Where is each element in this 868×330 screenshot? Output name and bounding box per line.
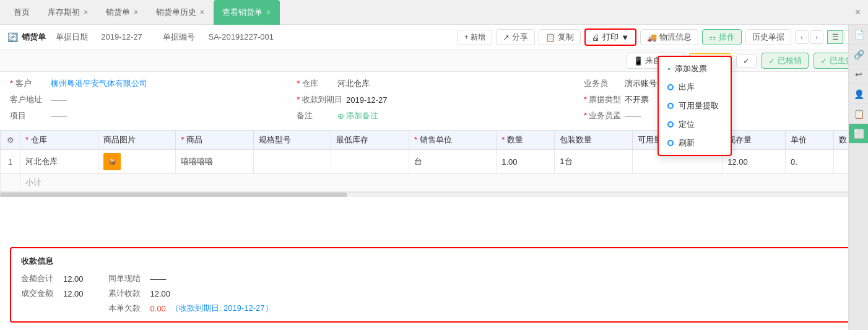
tab-close-sales-order[interactable]: × <box>134 8 138 17</box>
dropdown-add-invoice[interactable]: ▪ 添加发票 <box>659 59 731 78</box>
operation-button[interactable]: ⚏ 操作 <box>702 29 742 45</box>
warehouse-label: 仓库 <box>297 78 334 89</box>
list-view-button[interactable]: ☰ <box>827 30 843 44</box>
row-warehouse: 河北仓库 <box>20 150 98 174</box>
project-label: 项目 <box>10 110 47 121</box>
verified-button[interactable]: ✓ 已核销 <box>762 53 809 69</box>
plus-icon: ⊕ <box>337 111 344 121</box>
same-order-settlement-row: 同单现结 —— <box>108 273 273 284</box>
sidebar-icon-user[interactable]: 👤 <box>849 84 868 104</box>
print-button[interactable]: 🖨 打印 ▼ <box>584 28 636 46</box>
warehouse-value: 河北仓库 <box>337 78 370 89</box>
tab-view-sales-order[interactable]: 查看销货单 × <box>214 0 280 25</box>
salesperson2-value: —— <box>625 111 641 121</box>
share-icon: ↗ <box>503 33 510 42</box>
locate-icon <box>667 121 674 128</box>
payment-date-value: 2019-12-27 <box>346 95 388 105</box>
col-warehouse: 仓库 <box>20 131 98 150</box>
row-unit: 台 <box>409 150 496 174</box>
copy-button[interactable]: 📋 复制 <box>539 29 581 45</box>
outstanding-payment-row: 本单欠款 0.00 （收款到期日: 2019-12-27） <box>108 303 273 314</box>
dropdown-outbound[interactable]: 出库 <box>659 78 731 97</box>
payment-info-col-2: 同单现结 —— 累计收款 12.00 本单欠款 0.00 （收款到期日: 201… <box>108 273 273 314</box>
sidebar-icon-link[interactable]: 🔗 <box>849 45 868 64</box>
verified-icon: ✓ <box>768 56 775 66</box>
total-amount-row: 金额合计 12.00 <box>21 273 84 284</box>
total-amount-value: 12.00 <box>63 274 84 284</box>
next-button[interactable]: › <box>810 30 823 44</box>
cumulative-payment-row: 累计收款 12.00 <box>108 288 273 299</box>
tab-sales-history[interactable]: 销货单历史 × <box>147 0 214 25</box>
row-price: 0. <box>786 150 834 174</box>
dropdown-available-extract[interactable]: 可用量提取 <box>659 97 731 115</box>
payment-info-title: 收款信息 <box>21 256 847 267</box>
address-field: 客户地址 —— <box>10 94 284 105</box>
subtotal-label: 小计 <box>20 174 868 192</box>
add-invoice-icon: ▪ <box>667 64 670 73</box>
refresh-icon <box>667 140 674 146</box>
col-image: 商品图片 <box>98 131 176 150</box>
secondary-toolbar: 📱 来自手机 未开票 ✓ ✓ 已核销 ✓ 已生效 <box>0 50 868 72</box>
row-product: 嘻嘻嘻嘻 <box>176 150 254 174</box>
warehouse-field: 仓库 河北仓库 <box>297 78 571 89</box>
tab-sales-order[interactable]: 销货单 × <box>97 0 147 25</box>
prev-button[interactable]: ‹ <box>795 30 809 44</box>
col-unit: 销售单位 <box>409 131 496 150</box>
payment-info-box: 收款信息 金额合计 12.00 成交金额 12.00 同单现结 —— 累计收款 <box>10 247 858 323</box>
history-button[interactable]: 历史单据 <box>745 29 791 45</box>
global-close-button[interactable]: × <box>855 7 861 18</box>
total-amount-label: 金额合计 <box>21 273 58 284</box>
payment-date-label: 收款到期日 <box>297 94 342 105</box>
salesperson-value: 演示账号 <box>625 78 657 89</box>
doc-date-label: 单据日期 <box>56 32 88 41</box>
sidebar-icon-return[interactable]: ↩ <box>849 64 868 84</box>
tab-home[interactable]: 首页 <box>5 0 39 25</box>
sidebar-icon-doc[interactable]: 📄 <box>849 25 868 45</box>
horizontal-scrollbar[interactable] <box>0 192 868 197</box>
dropdown-locate[interactable]: 定位 <box>659 115 731 134</box>
row-quantity: 1.00 <box>497 150 555 174</box>
right-sidebar: 📄 🔗 ↩ 👤 📋 ⬜ <box>848 25 868 330</box>
share-button[interactable]: ↗ 分享 <box>496 29 535 45</box>
tab-close-view-sales-order[interactable]: × <box>266 8 271 17</box>
col-pack-qty: 包装数量 <box>555 131 633 150</box>
sidebar-icon-expand[interactable]: ⬜ <box>849 124 868 144</box>
generated-icon: ✓ <box>820 56 827 66</box>
add-note-button[interactable]: ⊕ 添加备注 <box>337 110 378 121</box>
row-number: 1 <box>1 150 20 174</box>
note-field: 备注 ⊕ 添加备注 <box>297 110 571 121</box>
doc-number-label: 单据编号 <box>163 32 195 41</box>
customer-value[interactable]: 柳州粤港平安气体有限公司 <box>51 78 147 89</box>
same-order-label: 同单现结 <box>108 273 145 284</box>
payment-info-grid: 金额合计 12.00 成交金额 12.00 同单现结 —— 累计收款 12.00 <box>21 273 847 314</box>
tab-close-sales-history[interactable]: × <box>200 8 204 17</box>
cumulative-payment-value: 12.00 <box>150 289 171 298</box>
logistics-button[interactable]: 🚚 物流信息 <box>640 29 698 45</box>
sidebar-icon-clipboard[interactable]: 📋 <box>849 104 868 124</box>
payment-date-field: 收款到期日 2019-12-27 <box>297 94 571 105</box>
truck-icon: 🚚 <box>647 33 657 42</box>
toolbar-right: + 新增 ↗ 分享 📋 复制 🖨 打印 ▼ 🚚 物流信息 ⚏ 操作 <box>458 28 861 46</box>
invoice-label: 票据类型 <box>584 94 622 105</box>
project-field: 项目 —— <box>10 110 284 121</box>
row-spec <box>253 150 331 174</box>
print-icon: 🖨 <box>592 33 600 42</box>
col-gear[interactable]: ⚙ <box>1 131 20 150</box>
tab-bar: 首页 库存期初 × 销货单 × 销货单历史 × 查看销货单 × × <box>0 0 868 25</box>
customer-field: 客户 柳州粤港平安气体有限公司 <box>10 78 284 89</box>
tab-inventory-init[interactable]: 库存期初 × <box>39 0 97 25</box>
salesperson-label: 业务员 <box>584 78 621 89</box>
available-extract-icon <box>667 103 674 109</box>
confirm-button[interactable]: ✓ <box>736 54 757 68</box>
new-button[interactable]: + 新增 <box>458 30 492 45</box>
address-value: —— <box>51 95 67 105</box>
same-order-value: —— <box>150 274 167 284</box>
dropdown-refresh[interactable]: 刷新 <box>659 134 731 152</box>
table-row: 1 河北仓库 📦 嘻嘻嘻嘻 台 1.00 1台 12.00 0. <box>1 150 868 174</box>
form-section: 客户 柳州粤港平安气体有限公司 仓库 河北仓库 业务员 演示账号 客户地址 ——… <box>0 72 868 130</box>
tab-close-inventory-init[interactable]: × <box>84 8 88 17</box>
payment-info-col-1: 金额合计 12.00 成交金额 12.00 <box>21 273 84 314</box>
address-label: 客户地址 <box>10 94 47 105</box>
project-value: —— <box>51 111 67 121</box>
scrollbar-thumb[interactable] <box>0 193 347 197</box>
